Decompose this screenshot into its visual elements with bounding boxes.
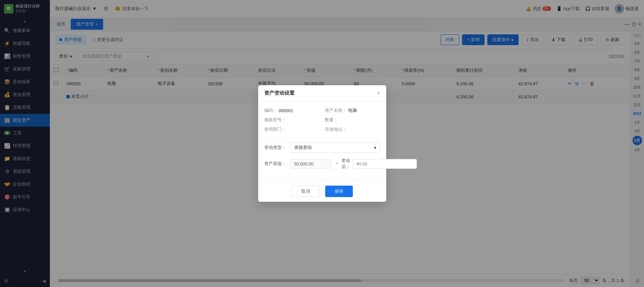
modal-code-label: 编码： [264, 107, 277, 114]
modal-dept-label: 使用部门： [264, 126, 286, 132]
modal-close-btn[interactable]: × [377, 90, 380, 96]
modal-save-button[interactable]: 保存 [325, 186, 353, 197]
modal-asset-name-label: 资产名称： [325, 107, 347, 114]
modal-change-type-label: 变动类型： [264, 145, 288, 151]
modal-overlay: 资产变动设置 × 编码： 000001 资产名称： 电脑 规格型号： 数量： [0, 0, 644, 287]
modal-change-type-arrow-icon: ▾ [374, 145, 376, 150]
modal-body: 编码： 000001 资产名称： 电脑 规格型号： 数量： 使用部门： [258, 101, 386, 181]
modal-footer: 取消 保存 [258, 181, 386, 202]
modal-required-mark: * [336, 161, 338, 166]
modal-spec-item: 规格型号： [264, 117, 319, 123]
modal-change-type-value: 原值变动 [294, 145, 312, 151]
modal-after-change-input[interactable] [353, 159, 417, 169]
modal-code-item: 编码： 000001 [264, 107, 319, 114]
modal-dept-item: 使用部门： [264, 126, 319, 132]
modal-asset-name-value: 电脑 [348, 107, 357, 114]
modal-asset-value-input [290, 159, 331, 169]
modal-code-value: 000001 [279, 108, 293, 113]
modal-change-type-row: 变动类型： 原值变动 ▾ [264, 142, 380, 153]
modal-asset-value-label: 资产原值： [264, 161, 288, 167]
modal-quantity-item: 数量： [325, 117, 380, 123]
modal-title: 资产变动设置 [264, 90, 295, 96]
modal-storage-label: 存放地点： [325, 126, 347, 132]
modal-cancel-button[interactable]: 取消 [292, 186, 320, 197]
modal-asset-value-row: 资产原值： * 变动后： [264, 158, 380, 170]
modal-change-type-select[interactable]: 原值变动 ▾ [290, 142, 380, 153]
modal-quantity-label: 数量： [325, 117, 338, 123]
asset-change-modal: 资产变动设置 × 编码： 000001 资产名称： 电脑 规格型号： 数量： [258, 85, 386, 202]
modal-info-grid: 编码： 000001 资产名称： 电脑 规格型号： 数量： 使用部门： [264, 107, 380, 137]
modal-storage-item: 存放地点： [325, 126, 380, 132]
modal-after-change-label: 变动后： [341, 158, 350, 170]
modal-asset-name-item: 资产名称： 电脑 [325, 107, 380, 114]
modal-spec-label: 规格型号： [264, 117, 286, 123]
modal-header: 资产变动设置 × [258, 85, 386, 101]
